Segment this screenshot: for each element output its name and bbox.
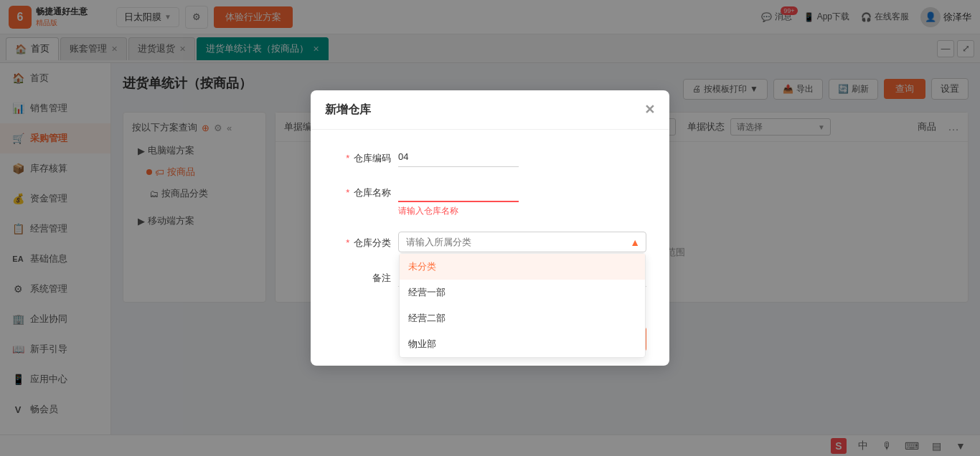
dropdown-option-uncategorized[interactable]: 未分类 xyxy=(400,254,645,280)
form-row-name: * 仓库名称 请输入仓库名称 xyxy=(334,181,646,217)
category-label-text: 仓库分类 xyxy=(354,237,391,248)
name-label: * 仓库名称 xyxy=(334,181,391,199)
required-star: * xyxy=(346,153,349,163)
modal-close-button[interactable]: ✕ xyxy=(644,102,655,118)
form-row-code: * 仓库编码 xyxy=(334,147,646,167)
code-input[interactable] xyxy=(398,147,519,167)
name-error-message: 请输入仓库名称 xyxy=(398,205,458,217)
note-label-text: 备注 xyxy=(372,272,391,283)
code-label: * 仓库编码 xyxy=(334,147,391,165)
modal-title: 新增仓库 xyxy=(325,103,371,118)
note-label: 备注 xyxy=(334,267,391,285)
modal-new-warehouse: 新增仓库 ✕ * 仓库编码 * 仓库名称 xyxy=(311,90,669,366)
category-input-wrapper: ▲ 未分类 经营一部 经营二部 物业部 xyxy=(398,232,646,252)
form-row-name-inner: * 仓库名称 xyxy=(334,181,519,202)
category-chevron-icon[interactable]: ▲ xyxy=(630,237,640,248)
name-input-wrapper xyxy=(398,181,519,202)
category-dropdown: 未分类 经营一部 经营二部 物业部 xyxy=(399,253,646,358)
dropdown-option-property[interactable]: 物业部 xyxy=(400,331,645,357)
form-row-category: * 仓库分类 ▲ 未分类 经营一部 经营二部 物业部 xyxy=(334,232,646,252)
category-label: * 仓库分类 xyxy=(334,232,391,250)
name-input[interactable] xyxy=(398,181,519,202)
category-input[interactable] xyxy=(399,232,646,252)
required-star-name: * xyxy=(346,187,349,198)
modal-body: * 仓库编码 * 仓库名称 请输入仓库名称 xyxy=(311,130,669,318)
name-label-text: 仓库名称 xyxy=(354,187,391,198)
required-star-category: * xyxy=(346,237,349,248)
dropdown-option-dept2[interactable]: 经营二部 xyxy=(400,305,645,331)
code-input-wrapper xyxy=(398,147,646,167)
code-label-text: 仓库编码 xyxy=(354,153,391,163)
modal-header: 新增仓库 ✕ xyxy=(311,90,669,130)
dropdown-option-dept1[interactable]: 经营一部 xyxy=(400,280,645,305)
modal-overlay: 新增仓库 ✕ * 仓库编码 * 仓库名称 xyxy=(0,0,980,456)
